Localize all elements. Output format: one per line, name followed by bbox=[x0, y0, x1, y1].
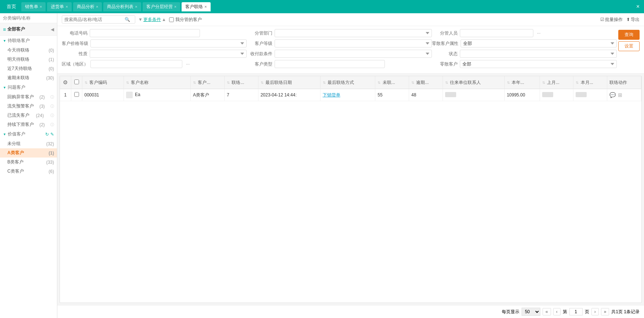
td-last-method: 下销货单 bbox=[320, 89, 375, 101]
sidebar-group-value[interactable]: ▼ 价值客户 ↻ ✎ bbox=[0, 129, 57, 139]
sort-icon-last-method[interactable]: ⇅ bbox=[323, 81, 326, 85]
close-tab-customer-contact[interactable]: × bbox=[204, 4, 207, 9]
last-method-link[interactable]: 下销货单 bbox=[323, 92, 340, 98]
nav-tab-sales[interactable]: 销售单 × bbox=[21, 2, 46, 11]
close-tab-purchase[interactable]: × bbox=[65, 4, 68, 9]
phone-input[interactable] bbox=[90, 29, 200, 37]
export-btn[interactable]: ⬆ 导出 bbox=[626, 17, 640, 23]
close-tab-analysis-list[interactable]: × bbox=[135, 4, 137, 9]
sidebar-item-a-class[interactable]: A类客户 (1) bbox=[0, 148, 57, 158]
td-name: Ea bbox=[124, 89, 191, 101]
first-page-btn[interactable]: « bbox=[543, 308, 551, 315]
sort-icon-unit-contact[interactable]: ⇅ bbox=[445, 81, 448, 85]
close-tab-customer-segment[interactable]: × bbox=[174, 4, 176, 9]
sidebar-group-pending[interactable]: ▼ 待联络客户 bbox=[0, 36, 57, 46]
nav-home[interactable]: 首页 bbox=[3, 2, 20, 11]
cust-type-label: 客户类型 bbox=[247, 61, 272, 67]
nature-select[interactable] bbox=[90, 50, 247, 58]
manager-input[interactable] bbox=[460, 29, 533, 37]
batch-op-btn[interactable]: ☑ 批量操作 bbox=[600, 17, 623, 23]
row-checkbox[interactable] bbox=[74, 92, 79, 97]
per-page-label: 每页显示 bbox=[502, 309, 519, 315]
more-filters-btn[interactable]: ▼ 更多条件 ▲ bbox=[138, 17, 166, 23]
td-num: 1 bbox=[60, 89, 71, 101]
sort-icon-contact[interactable]: ⇅ bbox=[227, 81, 230, 85]
per-page-select[interactable]: 50 20 100 bbox=[522, 308, 540, 316]
query-button[interactable]: 查询 bbox=[618, 30, 640, 40]
cust-type-input[interactable] bbox=[275, 60, 385, 68]
sidebar-item-tomorrow[interactable]: 明天待联络 (1) bbox=[0, 55, 57, 64]
select-all-checkbox[interactable] bbox=[74, 80, 79, 84]
my-customers-checkbox[interactable] bbox=[169, 17, 174, 22]
prev-page-btn[interactable]: ‹ bbox=[553, 308, 561, 315]
close-all-tabs[interactable]: × bbox=[636, 3, 640, 10]
sidebar-group-problem[interactable]: ▼ 问题客户 bbox=[0, 82, 57, 92]
sidebar-search-input[interactable] bbox=[3, 15, 57, 21]
status-select[interactable] bbox=[460, 50, 617, 58]
gear-icon[interactable]: ⚙ bbox=[63, 79, 68, 85]
sidebar-item-7days[interactable]: 近7天待联络 (0) bbox=[0, 64, 57, 73]
page-input[interactable] bbox=[569, 308, 583, 315]
set-button[interactable]: 设置 bbox=[618, 41, 640, 51]
filter-cell-nature: 性质 bbox=[62, 50, 247, 58]
main-search-icon[interactable]: 🔍 bbox=[125, 17, 130, 22]
close-tab-sales[interactable]: × bbox=[40, 4, 42, 9]
manager-dots[interactable]: ··· bbox=[536, 31, 542, 36]
sidebar-search-area: 🔍 bbox=[0, 13, 57, 23]
sidebar: 🔍 ≡ 全部客户 ◀ ▼ 待联络客户 今天待联络 (0) 明天待联络 (1) 近… bbox=[0, 13, 57, 318]
nav-tab-customer-contact[interactable]: 客户联络 × bbox=[182, 2, 210, 11]
sort-icon-last-month[interactable]: ⇅ bbox=[542, 81, 545, 85]
filter-cell-cust-type: 客户类型 bbox=[247, 60, 432, 68]
region-input[interactable] bbox=[90, 60, 182, 68]
cust-level-select[interactable] bbox=[275, 39, 432, 47]
payment-select[interactable] bbox=[275, 50, 432, 58]
grid-icon[interactable]: ⊞ bbox=[618, 92, 622, 98]
sidebar-item-today[interactable]: 今天待联络 (0) bbox=[0, 46, 57, 55]
sort-icon-this-month[interactable]: ⇅ bbox=[576, 81, 579, 85]
nav-tab-analysis-list[interactable]: 商品分析列表 × bbox=[103, 2, 141, 11]
sort-icon-overdue[interactable]: ⇅ bbox=[411, 81, 414, 85]
info-icon-1: ⓘ bbox=[50, 104, 54, 109]
main-layout: 🔍 ≡ 全部客户 ◀ ▼ 待联络客户 今天待联络 (0) 明天待联络 (1) 近… bbox=[0, 13, 644, 318]
sidebar-item-c-class[interactable]: C类客户 (6) bbox=[0, 167, 57, 176]
edit-value-icon[interactable]: ✎ bbox=[50, 132, 54, 137]
sidebar-item-overdue[interactable]: 逾期未联络 (30) bbox=[0, 73, 57, 82]
nav-tab-customer-segment[interactable]: 客户分层经营 × bbox=[143, 2, 180, 11]
sort-icon-this-year[interactable]: ⇅ bbox=[507, 81, 510, 85]
sort-icon-type[interactable]: ⇅ bbox=[193, 81, 196, 85]
td-no-contact: 55 bbox=[375, 89, 409, 101]
last-page-btn[interactable]: » bbox=[601, 308, 609, 315]
next-page-btn[interactable]: › bbox=[591, 308, 599, 315]
table-row: 1 000031 Ea A类客户 7 2023-04-12 14:44: bbox=[60, 89, 641, 101]
filter-cell-region: 区域（地区） ··· bbox=[62, 60, 247, 68]
sidebar-item-churn-warning[interactable]: 流失预警客户 (3) ⓘ bbox=[0, 102, 57, 111]
dept-select[interactable] bbox=[275, 29, 432, 37]
td-unit-contact bbox=[443, 89, 504, 101]
sidebar-item-repurchase-anomaly[interactable]: 回购异常客户 (2) ⓘ bbox=[0, 92, 57, 102]
sidebar-item-declining[interactable]: 持续下滑客户 (2) ⓘ bbox=[0, 120, 57, 129]
sidebar-item-b-class[interactable]: B类客户 (33) bbox=[0, 158, 57, 167]
region-dots[interactable]: ··· bbox=[185, 61, 191, 67]
main-search-input[interactable] bbox=[64, 17, 123, 22]
sidebar-collapse-icon[interactable]: ◀ bbox=[51, 27, 54, 32]
sidebar-header: ≡ 全部客户 ◀ bbox=[0, 23, 57, 36]
nav-tab-analysis[interactable]: 商品分析 × bbox=[73, 2, 102, 11]
sort-icon-code[interactable]: ⇅ bbox=[85, 81, 87, 85]
chat-icon[interactable]: 💬 bbox=[609, 92, 616, 98]
filter-row-2: 客户价格等级 客户等级 零散客户属性 全部 bbox=[62, 39, 617, 47]
sort-icon-no-contact[interactable]: ⇅ bbox=[378, 81, 380, 85]
refresh-icon[interactable]: ↻ bbox=[45, 132, 49, 137]
retail-attr-select[interactable]: 全部 bbox=[461, 39, 617, 47]
sort-icon-last-date[interactable]: ⇅ bbox=[261, 81, 264, 85]
close-tab-analysis[interactable]: × bbox=[96, 4, 98, 9]
sidebar-all-customers-label[interactable]: ≡ 全部客户 bbox=[3, 26, 25, 32]
filter-cell-cust-level: 客户等级 bbox=[247, 39, 432, 47]
price-level-select[interactable] bbox=[90, 39, 247, 47]
triangle-icon-value: ▼ bbox=[3, 132, 6, 136]
sidebar-item-ungroup[interactable]: 未分组 (32) bbox=[0, 139, 57, 148]
nav-tab-purchase[interactable]: 进货单 × bbox=[47, 2, 71, 11]
retail-select[interactable]: 全部 bbox=[460, 60, 617, 68]
sidebar-item-churned[interactable]: 已流失客户 (24) ⓘ bbox=[0, 111, 57, 120]
sort-icon-name[interactable]: ⇅ bbox=[126, 81, 129, 85]
th-code: ⇅ 客户编码 bbox=[82, 76, 124, 89]
